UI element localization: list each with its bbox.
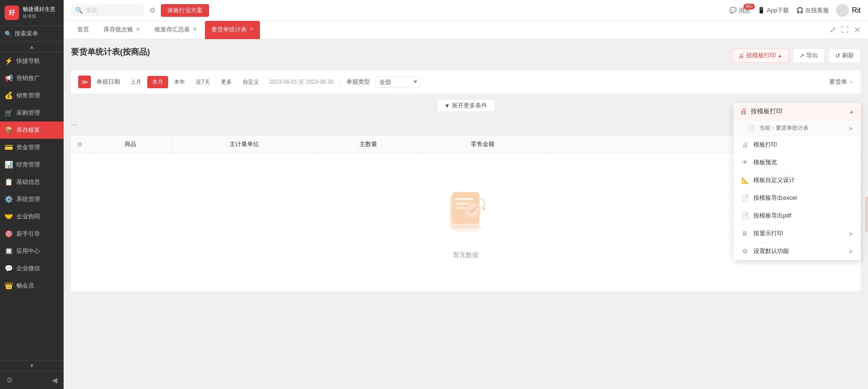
messages-btn[interactable]: 💬 消息 99+ xyxy=(729,6,750,15)
export-label: 导出 xyxy=(806,51,818,60)
more-options-icon[interactable]: ··· xyxy=(71,120,78,130)
category-filter-label: 要货单 ▼ xyxy=(829,78,853,86)
tab-expand-icon[interactable]: ⤢ xyxy=(830,25,836,34)
tab-batch-accounts-close[interactable]: ✕ xyxy=(136,26,140,32)
nav-icon-inventory: 📦 xyxy=(5,126,13,134)
dropdown-display-print[interactable]: 🖥 按显示打印 ▶ xyxy=(733,225,861,242)
expand-more-btn[interactable]: ▼ 展开更多条件 xyxy=(437,99,495,112)
print-template-btn[interactable]: 🖨 按模板打印 ▲ xyxy=(732,48,789,63)
display-print-icon: 🖥 xyxy=(741,230,749,237)
dropdown-template-print[interactable]: 🖨 模板打印 xyxy=(733,136,861,154)
sidebar-item-finance[interactable]: 💳资金管理 xyxy=(0,139,64,156)
nav-label-purchase: 采购管理 xyxy=(16,109,40,117)
tab-batch-accounts[interactable]: 库存批次账 ✕ xyxy=(97,21,146,39)
sidebar-item-guide[interactable]: 🎯新手引导 xyxy=(0,225,64,242)
expand-more-label: 展开更多条件 xyxy=(452,101,487,110)
sidebar-item-apps[interactable]: 🔲应用中心 xyxy=(0,242,64,260)
col-unit: 主计量单位 xyxy=(171,136,317,153)
type-filter-select[interactable]: 全部 xyxy=(375,76,421,88)
app-logo-icon: 好 xyxy=(5,5,19,20)
sidebar-item-purchase[interactable]: 🛒采购管理 xyxy=(0,104,64,121)
col-settings[interactable]: ⚙ xyxy=(71,136,89,153)
settings-icon[interactable]: ⚙ xyxy=(6,376,13,384)
sidebar-item-operations[interactable]: 📊经营管理 xyxy=(0,156,64,173)
date-filter-label: 单据日期 xyxy=(96,78,120,86)
dropdown-template-excel[interactable]: 📄 按模板导出excel xyxy=(733,189,861,207)
topbar-search[interactable]: 🔍 搜索 xyxy=(71,5,144,16)
print-template-dropdown: 🖨 按模板打印 ▲ 📄 当前：要货单统计表 ▶ 🖨 模板打印 👁 模板预览 📐 xyxy=(733,103,861,260)
dropdown-close-chevron[interactable]: ▲ xyxy=(849,108,854,115)
col-retail-amount: 零售金额 xyxy=(420,136,545,153)
date-last-month[interactable]: 上月 xyxy=(125,76,146,88)
date-custom[interactable]: 自定义 xyxy=(238,76,264,88)
app-version: 标准版 xyxy=(23,13,55,20)
date-this-month[interactable]: 本月 xyxy=(147,76,168,88)
col-product: 商品 xyxy=(89,136,171,153)
sidebar-item-quick-nav[interactable]: ⚡快捷导航 xyxy=(0,52,64,70)
template-preview-label: 模板预览 xyxy=(753,158,777,167)
online-service-btn[interactable]: 🎧 在线客服 xyxy=(796,6,829,15)
default-func-arrow: ▶ xyxy=(849,248,853,254)
tab-receipts-summary-label: 收发存汇总表 xyxy=(155,25,190,34)
messages-badge: 99+ xyxy=(743,4,755,10)
date-more[interactable]: 更多 xyxy=(216,76,237,88)
default-func-icon: ⚙ xyxy=(741,248,749,255)
scroll-down-btn[interactable]: ▼ xyxy=(0,360,64,371)
sidebar-item-system[interactable]: ⚙️系统管理 xyxy=(0,191,64,208)
nav-label-inventory: 库存核算 xyxy=(16,126,40,134)
tabbar: 首页 库存批次账 ✕ 收发存汇总表 ✕ 要货单统计表 ✕ ⤢ ⛶ ✕ xyxy=(64,21,868,39)
empty-text: 暂无数据 xyxy=(453,251,479,259)
message-icon: 💬 xyxy=(729,7,737,14)
window-close-btn[interactable]: ✕ xyxy=(854,25,861,35)
date-options: 上月 本月 本年 近7天 更多 自定义 xyxy=(125,76,264,88)
export-btn[interactable]: ↗ 导出 xyxy=(793,48,825,63)
nav-icon-operations: 📊 xyxy=(5,161,13,169)
date-this-year[interactable]: 本年 xyxy=(169,76,190,88)
tab-receipts-summary[interactable]: 收发存汇总表 ✕ xyxy=(148,21,203,39)
tab-order-stats[interactable]: 要货单统计表 ✕ xyxy=(205,21,260,39)
refresh-btn[interactable]: ↺ 刷新 xyxy=(828,48,861,63)
nav-label-apps: 应用中心 xyxy=(16,247,40,255)
user-info[interactable]: Rit xyxy=(836,4,861,17)
nav-label-wechat: 企业微信 xyxy=(16,264,40,273)
tab-order-stats-close[interactable]: ✕ xyxy=(249,26,254,32)
svg-point-8 xyxy=(483,207,485,210)
tab-receipts-summary-close[interactable]: ✕ xyxy=(193,26,197,32)
current-template-label: 当前：要货单统计表 xyxy=(759,124,808,132)
sidebar-item-member[interactable]: 👑畅会员 xyxy=(0,277,64,294)
topbar-gear-icon[interactable]: ⚙ xyxy=(149,6,155,15)
dropdown-template-pdf[interactable]: 📄 按模板导出pdf xyxy=(733,207,861,225)
dropdown-template-design[interactable]: 📐 模板自定义设计 xyxy=(733,172,861,189)
page-actions: 🖨 按模板打印 ▲ ↗ 导出 ↺ 刷新 xyxy=(732,48,861,63)
sidebar-item-wechat[interactable]: 💬企业微信 xyxy=(0,260,64,277)
sidebar-item-inventory[interactable]: 📦库存核算 xyxy=(0,121,64,139)
trial-btn[interactable]: 体验行业方案 xyxy=(161,4,209,17)
tab-home[interactable]: 首页 xyxy=(71,21,95,39)
empty-icon xyxy=(439,185,493,244)
template-design-label: 模板自定义设计 xyxy=(753,176,795,184)
dropdown-current-item[interactable]: 📄 当前：要货单统计表 ▶ xyxy=(733,121,861,136)
sidebar-item-sales[interactable]: 💰销售管理 xyxy=(0,87,64,104)
nav-icon-apps: 🔲 xyxy=(5,247,13,255)
page-scrollbar[interactable] xyxy=(865,196,868,232)
dropdown-default-func[interactable]: ⚙ 设置默认功能 ▶ xyxy=(733,242,861,260)
scroll-up-btn[interactable]: ▲ xyxy=(0,42,64,52)
template-preview-icon: 👁 xyxy=(741,159,749,166)
tab-fullscreen-icon[interactable]: ⛶ xyxy=(841,26,848,34)
dropdown-template-preview[interactable]: 👁 模板预览 xyxy=(733,154,861,172)
sidebar-item-base[interactable]: 📋基础信息 xyxy=(0,173,64,191)
search-menu[interactable]: 🔍 搜索菜单 xyxy=(0,26,64,42)
sidebar-item-collab[interactable]: 🤝企业协同 xyxy=(0,208,64,225)
date-last-7-days[interactable]: 近7天 xyxy=(191,76,215,88)
nav-label-finance: 资金管理 xyxy=(16,143,40,152)
svg-rect-3 xyxy=(455,198,473,200)
topbar-search-placeholder: 搜索 xyxy=(85,6,97,15)
app-download-btn[interactable]: 📱 App下载 xyxy=(758,6,789,15)
column-settings-icon[interactable]: ⚙ xyxy=(77,141,83,148)
collapse-icon[interactable]: ◀ xyxy=(52,376,57,384)
search-icon: 🔍 xyxy=(5,30,12,37)
sidebar: 好 畅捷通好生意 标准版 🔍 搜索菜单 ▲ ⚡快捷导航📢营销推广💰销售管理🛒采购… xyxy=(0,0,64,389)
filter-collapse-btn[interactable]: ≫ xyxy=(78,76,91,88)
sidebar-item-marketing[interactable]: 📢营销推广 xyxy=(0,70,64,87)
filter-bar: ≫ 单据日期 上月 本月 本年 近7天 更多 自定义 2023-06-01 至 … xyxy=(71,70,861,94)
